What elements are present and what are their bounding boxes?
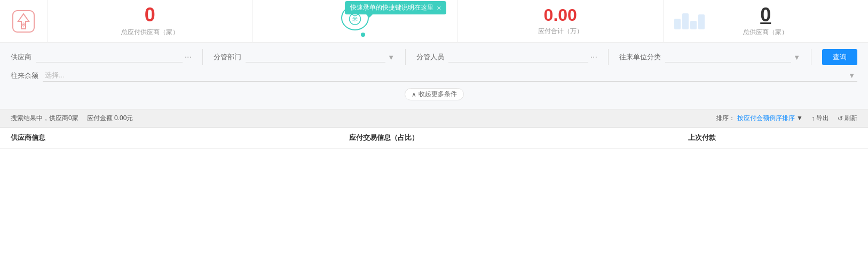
svg-text:米: 米 <box>21 22 26 28</box>
empty-content-area <box>0 148 868 275</box>
stat-icon-area: 快速录单的快捷键说明在这里 × 米 <box>253 0 459 42</box>
refresh-label: 刷新 <box>845 114 857 123</box>
stat-number-payable: 0.00 <box>544 6 577 23</box>
filter-manager: 分管人员 ··· <box>416 52 597 62</box>
table-col-last-payment: 上次付款 <box>688 133 857 143</box>
refresh-button[interactable]: ↺ 刷新 <box>838 114 857 123</box>
refresh-icon: ↺ <box>838 115 843 122</box>
svg-text:米: 米 <box>352 15 358 21</box>
supplier-dots[interactable]: ··· <box>185 52 192 62</box>
result-bar: 搜索结果中，供应商0家 应付金额 0.00元 排序： 按应付会额倒序排序 ▼ ↑… <box>0 109 868 128</box>
sort-value[interactable]: 按应付会额倒序排序 <box>737 114 795 122</box>
table-header: 供应商信息 应付交易信息（占比） 上次付款 <box>0 128 868 148</box>
filter-bar: 供应商 ··· 分管部门 ▼ 分管人员 ··· 往来单位分类 ▼ 查询 <box>0 43 868 109</box>
balance-placeholder: 选择... <box>45 70 846 80</box>
supplier-label: 供应商 <box>11 52 31 62</box>
export-button[interactable]: ↑ 导出 <box>811 114 829 123</box>
stat-label-suppliers: 总应付供应商（家） <box>121 28 179 37</box>
collapse-chevron: ∧ <box>412 91 416 98</box>
divider-3 <box>608 49 609 65</box>
filter-department: 分管部门 ▼ <box>214 52 394 62</box>
manager-input[interactable] <box>448 52 588 62</box>
filter-balance: 往来余额 选择... ▼ <box>11 69 857 82</box>
stat-number-suppliers: 0 <box>145 5 155 25</box>
logo-area: 米 <box>0 0 48 42</box>
department-label: 分管部门 <box>214 52 241 62</box>
stat-total-suppliers-right: 0 总供应商（家） <box>664 0 869 42</box>
result-payable-amount: 应付金额 0.00元 <box>87 114 133 123</box>
filter-supplier: 供应商 ··· <box>11 52 192 62</box>
manager-label: 分管人员 <box>416 52 444 62</box>
supplier-input[interactable] <box>36 52 183 62</box>
stat-total-payable-suppliers: 0 总应付供应商（家） <box>48 0 253 42</box>
tooltip-dot <box>361 33 365 37</box>
balance-arrow[interactable]: ▼ <box>848 72 855 80</box>
collapse-button[interactable]: ∧ 收起更多条件 <box>405 88 464 100</box>
unit-category-input[interactable] <box>665 52 791 62</box>
balance-label: 往来余额 <box>11 71 38 81</box>
stats-bar: 米 0 总应付供应商（家） 快速录单的快捷键说明在这里 × 米 0.00 应付合… <box>0 0 868 43</box>
unit-category-label: 往来单位分类 <box>619 52 661 62</box>
department-input[interactable] <box>246 52 385 62</box>
divider-4 <box>811 49 811 65</box>
table-col-payable-info: 应付交易信息（占比） <box>349 133 688 143</box>
sort-label-text: 排序： <box>716 114 735 122</box>
result-right: 排序： 按应付会额倒序排序 ▼ ↑ 导出 ↺ 刷新 <box>716 114 857 123</box>
result-supplier-count: 搜索结果中，供应商0家 <box>11 114 78 123</box>
tooltip-bubble: 快速录单的快捷键说明在这里 × <box>345 1 446 14</box>
stat-label-suppliers-right: 总供应商（家） <box>743 28 788 37</box>
tooltip-text: 快速录单的快捷键说明在这里 <box>350 3 433 12</box>
export-label: 导出 <box>816 114 829 123</box>
filter-row-1: 供应商 ··· 分管部门 ▼ 分管人员 ··· 往来单位分类 ▼ 查询 <box>11 49 857 65</box>
export-icon: ↑ <box>811 115 815 122</box>
stat-payable-total: 0.00 应付合计（万） <box>458 0 664 42</box>
filter-row-2: 往来余额 选择... ▼ <box>11 69 857 82</box>
stat-number-suppliers-right: 0 <box>760 5 771 25</box>
manager-dots[interactable]: ··· <box>590 52 597 62</box>
table-col-supplier-info: 供应商信息 <box>11 133 349 143</box>
collapse-label: 收起更多条件 <box>419 90 457 99</box>
department-arrow[interactable]: ▼ <box>388 53 394 61</box>
balance-select[interactable]: 选择... ▼ <box>43 69 857 82</box>
tooltip-close-btn[interactable]: × <box>437 4 441 12</box>
sort-label: 排序： 按应付会额倒序排序 ▼ <box>716 114 803 123</box>
divider-2 <box>405 49 406 65</box>
divider-1 <box>202 49 203 65</box>
stat-label-payable: 应付合计（万） <box>538 27 583 36</box>
sort-arrow[interactable]: ▼ <box>796 114 803 122</box>
unit-category-arrow[interactable]: ▼ <box>793 53 800 61</box>
collapse-row: ∧ 收起更多条件 <box>11 86 857 105</box>
result-left: 搜索结果中，供应商0家 应付金额 0.00元 <box>11 114 133 123</box>
filter-unit-category: 往来单位分类 ▼ <box>619 52 800 62</box>
query-button[interactable]: 查询 <box>822 49 857 65</box>
